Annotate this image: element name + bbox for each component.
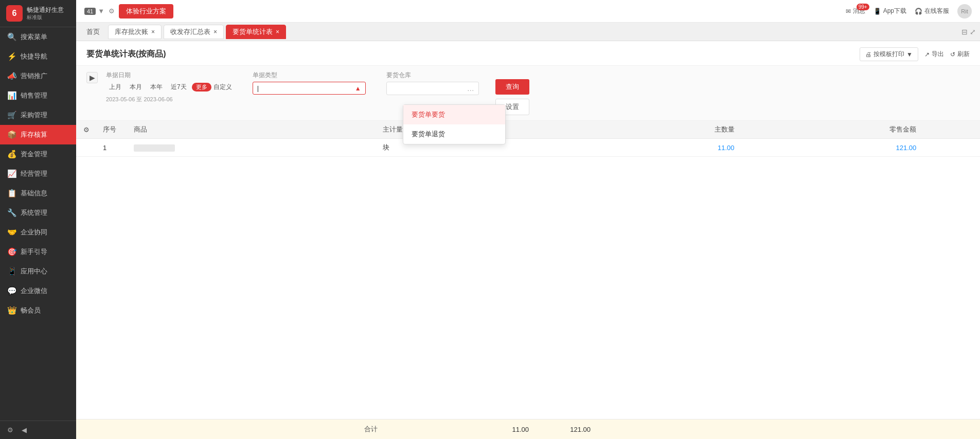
sidebar-item-basics[interactable]: 📋 基础信息 bbox=[0, 184, 76, 203]
table-col-settings[interactable]: ⚙ bbox=[76, 121, 97, 139]
sidebar-item-label: 应用中心 bbox=[21, 267, 47, 276]
dropdown-item-yh-return[interactable]: 要货单退货 bbox=[403, 124, 505, 144]
messages-badge: 99+ bbox=[857, 4, 869, 10]
messages-button[interactable]: ✉ 消息 99+ bbox=[846, 7, 865, 15]
service-label: 在线客服 bbox=[924, 7, 949, 15]
app-download-icon: 📱 bbox=[874, 8, 881, 15]
sidebar-item-quick-nav[interactable]: ⚡ 快捷导航 bbox=[0, 47, 76, 66]
topbar-gear-icon[interactable]: ⚙ bbox=[109, 7, 115, 15]
sidebar-item-label: 搜索菜单 bbox=[21, 32, 47, 42]
page-title: 要货单统计表(按商品) bbox=[86, 49, 166, 60]
sidebar-item-enterprise[interactable]: 🤝 企业协同 bbox=[0, 223, 76, 242]
product-placeholder bbox=[134, 144, 175, 152]
member-icon: 👑 bbox=[7, 306, 16, 315]
page-header: 要货单统计表(按商品) 🖨 按模板打印 ▼ ↗ 导出 ↺ 刷新 bbox=[76, 41, 980, 66]
warehouse-input[interactable]: … bbox=[386, 82, 479, 95]
sidebar-item-inventory[interactable]: 📦 库存核算 bbox=[0, 125, 76, 144]
print-button[interactable]: 🖨 按模板打印 ▼ bbox=[860, 47, 918, 61]
sidebar-item-app-center[interactable]: 📱 应用中心 bbox=[0, 262, 76, 281]
page-header-actions: 🖨 按模板打印 ▼ ↗ 导出 ↺ 刷新 bbox=[860, 47, 970, 61]
table-row: 1 块 11.00 121.00 bbox=[76, 139, 980, 157]
dropdown-item-yh-order[interactable]: 要货单要货 bbox=[403, 105, 505, 124]
purchase-icon: 🛒 bbox=[7, 111, 16, 120]
warehouse-filter-label: 要货仓库 bbox=[386, 71, 479, 80]
type-filter-label: 单据类型 bbox=[253, 71, 366, 80]
shortcut-this-month[interactable]: 本月 bbox=[127, 82, 145, 93]
row-index-cell: 1 bbox=[97, 139, 128, 157]
sidebar-item-finance[interactable]: 💰 资金管理 bbox=[0, 144, 76, 164]
operations-icon: 📈 bbox=[7, 169, 16, 178]
shortcut-last-month[interactable]: 上月 bbox=[106, 82, 124, 93]
tab-inventory-batch[interactable]: 库存批次账 × bbox=[108, 25, 162, 39]
row-product-cell bbox=[128, 139, 377, 157]
footer-total-qty: 11.00 bbox=[477, 426, 529, 433]
print-dropdown-icon: ▼ bbox=[906, 51, 913, 58]
tab-close-icon[interactable]: × bbox=[276, 28, 279, 35]
quick-nav-icon: ⚡ bbox=[7, 52, 16, 61]
app-name: 畅捷通好生意 bbox=[27, 6, 64, 14]
sidebar-item-system[interactable]: 🔧 系统管理 bbox=[0, 203, 76, 223]
app-download-button[interactable]: 📱 App下载 bbox=[874, 7, 906, 15]
qty-link[interactable]: 11.00 bbox=[718, 144, 735, 152]
table-footer: 合计 11.00 121.00 bbox=[76, 419, 980, 439]
tab-order-summary[interactable]: 要货单统计表 × bbox=[226, 25, 286, 39]
sidebar-item-guide[interactable]: 🎯 新手引导 bbox=[0, 242, 76, 262]
type-filter-group: 单据类型 | ▲ bbox=[253, 71, 366, 95]
row-qty-cell: 11.00 bbox=[590, 139, 740, 157]
store-selector[interactable]: 41 ▼ bbox=[84, 7, 104, 15]
refresh-button[interactable]: ↺ 刷新 bbox=[950, 50, 970, 59]
shortcut-custom[interactable]: 自定义 bbox=[213, 83, 232, 92]
table-col-product: 商品 bbox=[128, 121, 377, 139]
promo-button[interactable]: 体验行业方案 bbox=[119, 4, 173, 19]
app-center-icon: 📱 bbox=[7, 267, 16, 276]
tab-actions: ⊟ ⤢ bbox=[961, 28, 976, 36]
footer-total-label: 合计 bbox=[364, 425, 477, 434]
online-service-button[interactable]: 🎧 在线客服 bbox=[915, 7, 949, 15]
warehouse-more-icon: … bbox=[467, 84, 474, 93]
basics-icon: 📋 bbox=[7, 189, 16, 198]
tab-fullscreen-button[interactable]: ⤢ bbox=[970, 28, 976, 36]
sidebar-item-marketing[interactable]: 📣 营销推广 bbox=[0, 66, 76, 86]
app-logo-icon: 6 bbox=[6, 5, 23, 22]
tab-close-icon[interactable]: × bbox=[213, 28, 217, 35]
table-col-amount: 零售金额 bbox=[741, 121, 923, 139]
tab-restore-button[interactable]: ⊟ bbox=[961, 28, 968, 36]
footer-total-amount: 121.00 bbox=[539, 426, 591, 433]
filter-expand-button[interactable]: ▶ bbox=[86, 72, 98, 83]
sidebar-settings-icon[interactable]: ⚙ bbox=[7, 426, 13, 434]
sidebar-bottom: ⚙ ◀ bbox=[0, 420, 76, 439]
table-col-extra bbox=[922, 121, 980, 139]
sidebar-item-purchase[interactable]: 🛒 采购管理 bbox=[0, 105, 76, 125]
wechat-icon: 💬 bbox=[7, 286, 16, 296]
shortcut-this-year[interactable]: 本年 bbox=[147, 82, 166, 93]
date-range-text: 2023-05-06 至 2023-06-06 bbox=[106, 96, 232, 103]
tabbar: 首页 库存批次账 × 收发存汇总表 × 要货单统计表 × ⊟ ⤢ bbox=[76, 23, 980, 41]
sidebar-item-label: 营销推广 bbox=[21, 71, 47, 81]
app-download-label: App下载 bbox=[883, 7, 906, 15]
sidebar-item-member[interactable]: 👑 畅会员 bbox=[0, 301, 76, 320]
store-dropdown-icon: ▼ bbox=[98, 7, 104, 15]
tab-home[interactable]: 首页 bbox=[80, 25, 106, 39]
sidebar-collapse-icon[interactable]: ◀ bbox=[22, 426, 27, 434]
user-avatar[interactable]: Rit bbox=[957, 4, 972, 19]
date-filter-group: 单据日期 上月 本月 本年 近7天 更多 自定义 2023-05-06 至 20… bbox=[106, 71, 232, 103]
sidebar-item-search[interactable]: 🔍 搜索菜单 bbox=[0, 27, 76, 47]
sidebar: 6 畅捷通好生意 标准版 🔍 搜索菜单 ⚡ 快捷导航 📣 营销推广 📊 销售管理… bbox=[0, 0, 76, 439]
sidebar-item-label: 经营管理 bbox=[21, 169, 47, 178]
sidebar-item-operations[interactable]: 📈 经营管理 bbox=[0, 164, 76, 184]
query-button[interactable]: 查询 bbox=[495, 79, 529, 95]
service-icon: 🎧 bbox=[915, 8, 922, 15]
type-select[interactable]: | ▲ bbox=[253, 82, 366, 95]
shortcut-more[interactable]: 更多 bbox=[192, 83, 211, 92]
sidebar-item-label: 企业微信 bbox=[21, 286, 47, 296]
date-filter-label: 单据日期 bbox=[106, 71, 232, 80]
shortcut-7days[interactable]: 近7天 bbox=[168, 82, 190, 93]
tab-close-icon[interactable]: × bbox=[151, 28, 155, 35]
table-container: ⚙ 序号 商品 主计量单位 主数量 零售金额 1 bbox=[76, 121, 980, 157]
sidebar-item-sales[interactable]: 📊 销售管理 bbox=[0, 86, 76, 105]
topbar-left: 41 ▼ ⚙ 体验行业方案 bbox=[84, 4, 840, 19]
tab-receive-summary[interactable]: 收发存汇总表 × bbox=[164, 25, 224, 39]
sidebar-item-wechat[interactable]: 💬 企业微信 bbox=[0, 281, 76, 301]
amount-link[interactable]: 121.00 bbox=[896, 144, 917, 152]
export-button[interactable]: ↗ 导出 bbox=[924, 50, 944, 59]
